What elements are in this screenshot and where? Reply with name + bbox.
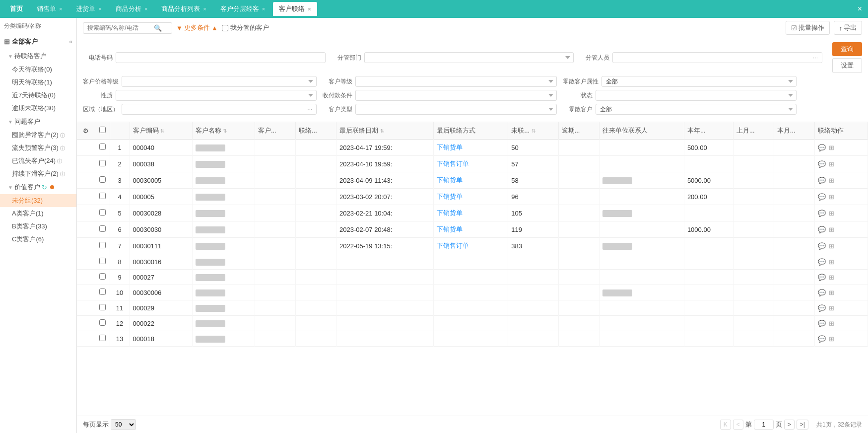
reset-button[interactable]: 设置 <box>832 58 862 73</box>
row-checkbox[interactable] <box>95 331 110 347</box>
action-chat-icon[interactable]: 💬 <box>818 289 826 296</box>
row-check-10[interactable] <box>99 304 106 310</box>
contact-method-link[interactable]: 下销货单 <box>437 144 463 151</box>
action-chat-icon[interactable]: 💬 <box>818 226 826 233</box>
action-grid-icon[interactable]: ⊞ <box>829 258 834 266</box>
filter-price-level-select[interactable] <box>122 76 317 87</box>
row-check-0[interactable] <box>99 144 106 150</box>
action-grid-icon[interactable]: ⊞ <box>829 144 834 151</box>
batch-op-button[interactable]: ☑ 批量操作 <box>786 21 830 35</box>
action-grid-icon[interactable]: ⊞ <box>829 193 834 201</box>
row-last-contact-method[interactable]: 下销货单 <box>434 221 508 238</box>
first-page-button[interactable]: K <box>720 420 731 430</box>
row-check-7[interactable] <box>99 258 106 264</box>
filter-scatter-select[interactable]: 全部 <box>596 104 797 115</box>
sidebar-item-hoard-abnormal[interactable]: 囤购异常客户(2) ⓘ <box>0 129 76 142</box>
nav-tab-goods-list[interactable]: 商品分析列表 × <box>155 2 212 16</box>
row-checkbox[interactable] <box>95 205 110 221</box>
row-check-12[interactable] <box>99 335 106 341</box>
row-check-2[interactable] <box>99 176 106 183</box>
contact-method-link[interactable]: 下销货单 <box>437 209 463 216</box>
filter-phone-input[interactable] <box>116 52 326 63</box>
action-grid-icon[interactable]: ⊞ <box>829 320 834 327</box>
sidebar-item-ungroup[interactable]: 未分组(32) <box>0 194 76 207</box>
action-chat-icon[interactable]: 💬 <box>818 258 826 266</box>
filter-region-input[interactable]: ··· <box>122 104 317 115</box>
action-chat-icon[interactable]: 💬 <box>818 304 826 312</box>
prev-page-button[interactable]: < <box>733 420 743 430</box>
row-check-11[interactable] <box>99 319 106 326</box>
action-chat-icon[interactable]: 💬 <box>818 274 826 281</box>
action-chat-icon[interactable]: 💬 <box>818 160 826 168</box>
th-last-contact-date[interactable]: 最后联络日期 ⇅ <box>336 122 434 140</box>
filter-level-select[interactable] <box>355 76 556 87</box>
row-checkbox[interactable] <box>95 221 110 238</box>
contact-method-link[interactable]: 下销货单 <box>437 176 463 184</box>
filter-manager-input[interactable]: ··· <box>612 52 822 63</box>
page-size-select[interactable]: 50 100 200 <box>111 419 136 430</box>
search-input[interactable] <box>87 24 152 31</box>
filter-nature-select[interactable] <box>116 90 317 101</box>
action-chat-icon[interactable]: 💬 <box>818 335 826 343</box>
close-all-tabs-button[interactable]: × <box>856 4 864 13</box>
row-checkbox[interactable] <box>95 140 110 156</box>
row-check-3[interactable] <box>99 193 106 199</box>
sidebar-collapse-icon[interactable]: « <box>69 38 72 45</box>
filter-dept-select[interactable] <box>364 52 574 63</box>
close-goods-list-icon[interactable]: × <box>203 6 206 12</box>
nav-tab-home[interactable]: 首页 <box>4 2 29 16</box>
action-grid-icon[interactable]: ⊞ <box>829 242 834 250</box>
close-sales-icon[interactable]: × <box>59 6 62 12</box>
row-last-contact-method[interactable]: 下销售订单 <box>434 156 508 172</box>
sidebar-item-b-class[interactable]: B类客户(33) <box>0 220 76 233</box>
row-checkbox[interactable] <box>95 300 110 316</box>
my-customers-check[interactable] <box>222 25 228 31</box>
sidebar-search-input[interactable] <box>4 22 77 29</box>
more-conditions-button[interactable]: ▼ 更多条件 ▲ <box>176 23 218 32</box>
row-checkbox[interactable] <box>95 238 110 254</box>
nav-tab-purchase[interactable]: 进货单 × <box>70 2 107 16</box>
sidebar-item-overdue-pending[interactable]: 逾期未联络(30) <box>0 102 76 115</box>
row-last-contact-method[interactable]: 下销货单 <box>434 205 508 221</box>
action-grid-icon[interactable]: ⊞ <box>829 210 834 217</box>
action-chat-icon[interactable]: 💬 <box>818 177 826 184</box>
action-chat-icon[interactable]: 💬 <box>818 210 826 217</box>
nav-tab-sales[interactable]: 销售单 × <box>31 2 68 16</box>
action-grid-icon[interactable]: ⊞ <box>829 274 834 281</box>
my-customers-checkbox[interactable]: 我分管的客户 <box>222 23 269 32</box>
row-checkbox[interactable] <box>95 156 110 172</box>
contact-method-link[interactable]: 下销售订单 <box>437 242 469 249</box>
nav-tab-customer-contact[interactable]: 客户联络 × <box>273 2 317 16</box>
sidebar-item-a-class[interactable]: A类客户(1) <box>0 207 76 220</box>
sidebar-all-customers[interactable]: ⊞ 全部客户 « <box>0 34 76 49</box>
sidebar-group-problem[interactable]: ▼ 问题客户 <box>0 115 76 129</box>
filter-scatter-attr-select[interactable]: 全部 <box>601 76 797 87</box>
th-no-contact[interactable]: 未联... ⇅ <box>508 122 558 140</box>
row-check-9[interactable] <box>99 289 106 295</box>
row-last-contact-method[interactable]: 下销货单 <box>434 172 508 189</box>
row-check-4[interactable] <box>99 209 106 216</box>
row-last-contact-method[interactable]: 下销售订单 <box>434 238 508 254</box>
sidebar-group-value[interactable]: ▼ 价值客户 ↻ <box>0 180 76 194</box>
th-code[interactable]: 客户编码 ⇅ <box>130 122 192 140</box>
nav-tab-goods-analysis[interactable]: 商品分析 × <box>110 2 153 16</box>
next-page-button[interactable]: > <box>784 420 795 430</box>
action-grid-icon[interactable]: ⊞ <box>829 226 834 233</box>
value-group-refresh-icon[interactable]: ↻ <box>42 184 47 191</box>
action-grid-icon[interactable]: ⊞ <box>829 160 834 168</box>
action-chat-icon[interactable]: 💬 <box>818 144 826 151</box>
last-page-button[interactable]: >| <box>797 420 808 430</box>
sidebar-item-c-class[interactable]: C类客户(6) <box>0 233 76 246</box>
action-grid-icon[interactable]: ⊞ <box>829 177 834 184</box>
page-number-input[interactable] <box>754 420 774 430</box>
filter-customer-type-select[interactable] <box>355 104 556 115</box>
filter-payment-select[interactable] <box>355 90 556 101</box>
sidebar-item-declining[interactable]: 持续下滑客户(2) ⓘ <box>0 167 76 180</box>
close-goods-analysis-icon[interactable]: × <box>144 6 147 12</box>
sidebar-item-tomorrow-pending[interactable]: 明天待联络(1) <box>0 76 76 89</box>
row-last-contact-method[interactable]: 下销货单 <box>434 140 508 156</box>
close-customer-layer-icon[interactable]: × <box>262 6 265 12</box>
row-check-6[interactable] <box>99 242 106 248</box>
contact-method-link[interactable]: 下销货单 <box>437 225 463 233</box>
th-name[interactable]: 客户名称 ⇅ <box>192 122 255 140</box>
